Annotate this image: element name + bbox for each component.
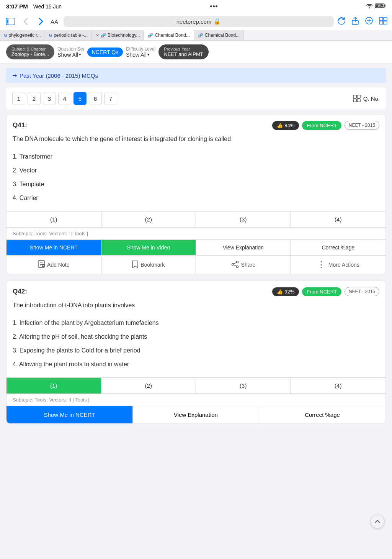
tab-chemical-bond-1[interactable]: 🧬 Chemical Bond... [144, 30, 194, 40]
tabs-button[interactable] [379, 17, 387, 26]
svg-point-28 [236, 266, 238, 267]
grid-icon [353, 95, 361, 102]
like-badge-42: 👍 92% [272, 287, 299, 296]
sidebar-toggle-button[interactable] [5, 16, 16, 27]
action-row-41: Show Me in NCERT Show Me in Video View E… [7, 239, 385, 255]
difficulty-filter[interactable]: Difficulty Level Show All ▾ [126, 46, 155, 58]
new-tab-button[interactable] [365, 17, 373, 26]
previous-year-filter[interactable]: Previous Year NEET and AIPMT [158, 44, 208, 59]
answer-cell-41-3[interactable]: (3) [196, 211, 291, 227]
page-4-button[interactable]: 4 [58, 92, 71, 105]
ncert-filter[interactable]: NCERT Qs [87, 48, 123, 57]
show-ncert-button-41[interactable]: Show Me in NCERT [7, 240, 101, 255]
option-41-4: 4. Carrier [13, 191, 379, 205]
question-set-filter[interactable]: Question Set Show All ▾ [57, 46, 84, 58]
forward-button[interactable] [35, 16, 47, 27]
add-note-button-41[interactable]: Add Note [7, 256, 101, 274]
answer-cell-41-1[interactable]: (1) [7, 211, 101, 227]
option-41-2: 2. Vector [13, 164, 379, 177]
share-button-41[interactable]: Share [196, 256, 291, 274]
subject-chapter-filter[interactable]: Subject & Chapter Zoology - Biote... [6, 44, 54, 59]
tab-biotechnology[interactable]: ✕ 🧬 Biotechnology... [92, 30, 144, 40]
answer-grid-42: (1) (2) (3) (4) [7, 377, 385, 394]
time: 3:07 PM [6, 3, 28, 10]
answer-cell-41-4[interactable]: (4) [291, 211, 386, 227]
correct-page-label-42: Correct %age [305, 411, 340, 418]
correct-page-button-41[interactable]: Correct %age [291, 240, 386, 255]
question-text-41: The DNA molecule to which the gene of in… [13, 134, 379, 144]
tab-chemical-bond-2[interactable]: 🧬 Chemical Bond... [194, 30, 244, 40]
answer-cell-41-2[interactable]: (2) [101, 211, 196, 227]
svg-rect-16 [357, 95, 360, 98]
show-video-label-41: Show Me in Video [127, 244, 170, 251]
thumbs-up-icon: 👍 [277, 123, 283, 128]
tab-title: phylogenetic r... [9, 33, 41, 38]
back-button[interactable] [20, 16, 31, 27]
correct-page-button-42[interactable]: Correct %age [259, 406, 385, 423]
view-explanation-button-42[interactable]: View Explanation [133, 406, 259, 423]
question-badges-42: 👍 92% From NCERT NEET - 2015 [272, 287, 379, 296]
past-year-text: Past Year (2006 - 2015) MCQs [20, 72, 98, 79]
option-41-3: 3. Template [13, 177, 379, 191]
aa-button[interactable]: AA [51, 18, 58, 25]
qno-control[interactable]: Q. No. [353, 95, 380, 102]
question-set-label: Question Set [57, 46, 84, 52]
like-badge-41: 👍 84% [272, 121, 299, 130]
tab-title: periodic table -... [54, 33, 88, 38]
tab-close-icon[interactable]: ✕ [96, 33, 99, 38]
pagination: 1 2 3 4 5 6 7 Q. No. [6, 87, 386, 110]
more-icon: ⋮ [317, 261, 325, 269]
qno-label: Q. No. [363, 95, 380, 102]
subtopic-41: Subtopic: Tools: Vectors: I | Tools | [7, 228, 385, 239]
question-set-value: Show All [57, 52, 78, 58]
tab-favicon: G [49, 33, 52, 38]
page-5-button[interactable]: 5 [74, 92, 87, 105]
browser-actions [338, 16, 387, 27]
svg-rect-17 [353, 99, 356, 102]
answer-cell-42-4[interactable]: (4) [291, 378, 386, 393]
lock-icon: 🔒 [214, 18, 221, 25]
url-bar[interactable]: neetprep.com 🔒 [64, 16, 334, 27]
svg-line-29 [234, 262, 236, 264]
svg-rect-18 [357, 99, 360, 102]
view-explanation-button-41[interactable]: View Explanation [196, 240, 291, 255]
svg-point-26 [236, 261, 238, 263]
answer-cell-42-2[interactable]: (2) [101, 378, 196, 393]
tab-favicon: 🧬 [148, 33, 153, 38]
page-6-button[interactable]: 6 [89, 92, 102, 105]
share-label-41: Share [241, 262, 255, 268]
browser-toolbar: AA neetprep.com 🔒 [0, 13, 392, 30]
more-actions-button-41[interactable]: ⋮ More Actions [291, 256, 386, 274]
view-explanation-label-42: View Explanation [174, 411, 218, 418]
bookmark-button-41[interactable]: Bookmark [101, 256, 196, 274]
page-7-button[interactable]: 7 [104, 92, 117, 105]
page-1-button[interactable]: 1 [12, 92, 25, 105]
add-note-label-41: Add Note [47, 262, 69, 268]
reload-button[interactable] [338, 17, 345, 26]
tab-periodic[interactable]: G periodic table -... [45, 30, 92, 40]
past-year-banner[interactable]: ➡ Past Year (2006 - 2015) MCQs [6, 68, 386, 83]
svg-rect-15 [353, 95, 356, 98]
tab-favicon: G [4, 33, 7, 38]
more-actions-label-41: More Actions [328, 262, 359, 268]
arrow-icon: ➡ [12, 72, 17, 79]
show-ncert-button-42[interactable]: Show Me in NCERT [7, 406, 133, 423]
svg-point-27 [232, 263, 234, 265]
page-3-button[interactable]: 3 [43, 92, 56, 105]
dot1 [210, 5, 212, 7]
like-percent-42: 92% [284, 289, 294, 295]
svg-line-30 [234, 265, 236, 266]
answer-cell-42-1[interactable]: (1) [7, 378, 101, 393]
wifi-icon [366, 3, 373, 10]
page-2-button[interactable]: 2 [28, 92, 41, 105]
answer-cell-42-3[interactable]: (3) [196, 378, 291, 393]
share-button[interactable] [351, 16, 359, 27]
question-number-41: Q41: [13, 121, 27, 129]
like-percent-41: 84% [284, 123, 294, 128]
subject-chapter-label: Subject & Chapter [11, 47, 49, 51]
show-video-button-41[interactable]: Show Me in Video [101, 240, 196, 255]
tab-phylogenetic[interactable]: G phylogenetic r... [0, 30, 45, 40]
year-badge-42: NEET - 2015 [345, 287, 379, 296]
svg-rect-12 [384, 17, 387, 21]
view-explanation-label-41: View Explanation [223, 244, 264, 251]
